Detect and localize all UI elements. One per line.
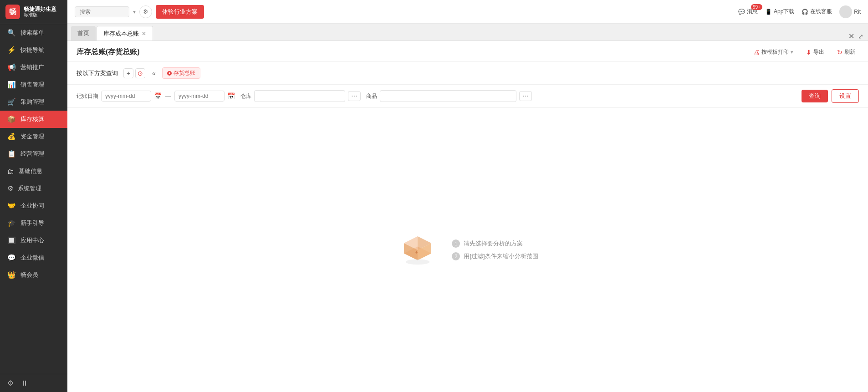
sidebar-item-system[interactable]: ⚙ 系统管理 xyxy=(0,180,67,197)
sidebar-item-sales[interactable]: 📊 销售管理 xyxy=(0,76,67,93)
query-button[interactable]: 查询 xyxy=(802,90,828,102)
sidebar-item-quick-nav[interactable]: ⚡ 快捷导航 xyxy=(0,41,67,59)
filter-scheme-item[interactable]: ● 存货总账 xyxy=(162,67,200,79)
system-icon: ⚙ xyxy=(7,184,13,193)
logo-icon: 畅 xyxy=(5,5,20,19)
sidebar-item-operations[interactable]: 📋 经营管理 xyxy=(0,145,67,163)
goods-more-button[interactable]: ··· xyxy=(519,91,532,101)
sidebar-item-marketing[interactable]: 📢 营销推广 xyxy=(0,59,67,76)
sidebar-label-inventory: 库存核算 xyxy=(20,115,44,123)
sidebar-item-finance[interactable]: 💰 资金管理 xyxy=(0,128,67,145)
basic-info-icon: 🗂 xyxy=(7,168,14,175)
date-to-input[interactable] xyxy=(174,91,225,102)
sidebar-label-basic-info: 基础信息 xyxy=(19,167,42,175)
warehouse-field: 仓库 ··· xyxy=(240,90,361,102)
filter-add-button[interactable]: + xyxy=(123,68,133,78)
sidebar-item-search-menu[interactable]: 🔍 搜索菜单 xyxy=(0,24,67,41)
sidebar-item-basic-info[interactable]: 🗂 基础信息 xyxy=(0,163,67,180)
sidebar-item-purchase[interactable]: 🛒 采购管理 xyxy=(0,93,67,111)
app-download-button[interactable]: 📱 App下载 xyxy=(765,8,794,15)
message-badge: 99+ xyxy=(751,4,762,10)
sidebar-item-enterprise[interactable]: 🤝 企业协同 xyxy=(0,197,67,214)
date-from-input[interactable] xyxy=(101,91,151,102)
tab-home-label: 首页 xyxy=(77,29,89,37)
export-label: 导出 xyxy=(813,48,824,56)
sidebar-label-enterprise: 企业协同 xyxy=(20,202,44,210)
sidebar-label-app-center: 应用中心 xyxy=(20,236,44,244)
phone-icon: 📱 xyxy=(765,9,772,15)
tab-close-icon[interactable]: ✕ xyxy=(142,31,146,37)
date-label: 记账日期 xyxy=(77,92,98,100)
step-1-label: 请先选择要分析的方案 xyxy=(464,239,523,248)
filter-edit-button[interactable]: ⊙ xyxy=(135,68,145,78)
page-header: 库存总账(存货总账) 🖨 按模板打印 ▾ ⬇ 导出 ↻ 刷新 xyxy=(67,41,868,62)
date-field: 记账日期 📅 — 📅 xyxy=(77,91,235,102)
calendar-to-icon[interactable]: 📅 xyxy=(227,92,235,100)
user-menu[interactable]: Rit xyxy=(839,5,861,18)
sidebar-item-wechat[interactable]: 💬 企业微信 xyxy=(0,249,67,266)
sidebar-item-app-center[interactable]: 🔲 应用中心 xyxy=(0,232,67,249)
scheme-name: 存货总账 xyxy=(174,69,195,77)
app-name: 畅捷通好生意 xyxy=(24,6,56,12)
enterprise-icon: 🤝 xyxy=(7,202,16,210)
empty-step-1: 1 请先选择要分析的方案 xyxy=(452,239,538,248)
print-button[interactable]: 🖨 按模板打印 ▾ xyxy=(750,46,797,58)
gear-icon[interactable]: ⚙ xyxy=(139,5,152,18)
search-menu-icon: 🔍 xyxy=(7,29,16,37)
sidebar-label-marketing: 营销推广 xyxy=(20,63,44,71)
warehouse-more-button[interactable]: ··· xyxy=(348,91,361,101)
empty-illustration: ✦ xyxy=(397,229,438,270)
settings-button[interactable]: 设置 xyxy=(832,89,859,103)
sidebar-item-inventory[interactable]: 📦 库存核算 xyxy=(0,111,67,128)
step-1-num: 1 xyxy=(452,239,460,248)
date-separator: — xyxy=(165,93,171,99)
headset-icon: 🎧 xyxy=(802,9,808,15)
app-download-label: App下载 xyxy=(774,8,794,15)
print-chevron-icon[interactable]: ▾ xyxy=(791,49,793,55)
trial-button[interactable]: 体验行业方案 xyxy=(156,5,204,19)
goods-select[interactable] xyxy=(380,90,516,102)
sidebar-label-purchase: 采购管理 xyxy=(20,98,44,106)
app-center-icon: 🔲 xyxy=(7,236,16,244)
sidebar-label-member: 畅会员 xyxy=(20,271,38,279)
avatar xyxy=(839,5,852,18)
quick-nav-icon: ⚡ xyxy=(7,46,16,54)
sidebar-label-guide: 新手引导 xyxy=(20,219,44,227)
refresh-label: 刷新 xyxy=(844,48,855,56)
refresh-button[interactable]: ↻ 刷新 xyxy=(833,46,859,58)
warehouse-select[interactable] xyxy=(254,90,345,102)
calendar-from-icon[interactable]: 📅 xyxy=(154,92,162,100)
guide-icon: 🎓 xyxy=(7,219,16,227)
scheme-dot-icon: ● xyxy=(167,71,172,76)
svg-point-6 xyxy=(406,259,430,265)
empty-text: 1 请先选择要分析的方案 2 用[过滤]条件来缩小分析范围 xyxy=(452,239,538,260)
settings-bottom-icon[interactable]: ⚙ xyxy=(7,379,14,387)
topbar-search-input[interactable] xyxy=(75,6,129,17)
sidebar-label-finance: 资金管理 xyxy=(20,132,44,141)
online-service-button[interactable]: 🎧 在线客服 xyxy=(802,8,832,15)
member-icon: 👑 xyxy=(7,271,16,279)
sidebar-item-member[interactable]: 👑 畅会员 xyxy=(0,266,67,284)
search-row: 记账日期 📅 — 📅 仓库 ··· 商品 ··· 查询 设置 xyxy=(67,85,868,108)
tabbar: 首页 库存成本总账 ✕ ✕ ⤢ xyxy=(67,24,868,41)
tab-home[interactable]: 首页 xyxy=(71,26,96,41)
chevron-down-icon[interactable]: ▾ xyxy=(133,9,136,15)
sidebar-label-operations: 经营管理 xyxy=(20,150,44,158)
filter-collapse-button[interactable]: « xyxy=(149,68,159,78)
sidebar-label-sales: 销售管理 xyxy=(20,81,44,89)
tab-close-window-icon[interactable]: ✕ xyxy=(848,32,854,41)
print-icon: 🖨 xyxy=(753,49,760,56)
sidebar-label-quick-nav: 快捷导航 xyxy=(20,46,44,54)
message-icon: 💬 xyxy=(738,9,745,15)
message-button[interactable]: 💬 消息 99+ xyxy=(738,8,758,15)
online-service-label: 在线客服 xyxy=(810,8,832,15)
operations-icon: 📋 xyxy=(7,150,16,158)
page-title: 库存总账(存货总账) xyxy=(77,47,140,57)
sidebar-item-guide[interactable]: 🎓 新手引导 xyxy=(0,214,67,232)
audio-bottom-icon[interactable]: ⏸ xyxy=(21,379,28,387)
print-label: 按模板打印 xyxy=(761,48,789,56)
tab-expand-icon[interactable]: ⤢ xyxy=(858,33,863,40)
export-button[interactable]: ⬇ 导出 xyxy=(802,46,828,58)
tab-inventory-cost-label: 库存成本总账 xyxy=(103,30,139,38)
tab-inventory-cost[interactable]: 库存成本总账 ✕ xyxy=(97,26,153,41)
